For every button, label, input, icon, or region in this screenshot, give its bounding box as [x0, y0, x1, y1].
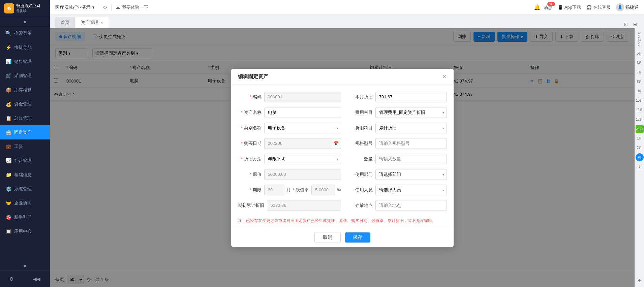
- month-7[interactable]: 7月: [636, 68, 644, 76]
- form-row-period: 期限 月 * 残值率 %: [238, 185, 341, 195]
- modal-footer: 取消 保存: [231, 228, 454, 247]
- user-select[interactable]: 请选择人员: [375, 185, 447, 195]
- form-row-code: 编码: [238, 92, 341, 102]
- month-12[interactable]: 12月: [636, 116, 644, 124]
- form-row-quantity: 数量: [349, 154, 447, 164]
- sidebar-item-search[interactable]: 🔍 搜索菜单: [0, 26, 50, 40]
- cancel-button[interactable]: 取消: [314, 232, 341, 243]
- quantity-input[interactable]: [375, 154, 447, 164]
- code-input[interactable]: [264, 92, 341, 102]
- content-area: 资产明细 📄 变更生成凭证 刈账 + 新增 批量操作 ▾: [50, 28, 635, 287]
- month-2[interactable]: 2月: [636, 144, 644, 152]
- month-4[interactable]: 4月: [636, 163, 644, 171]
- sidebar-item-base-info[interactable]: 📁 基础信息: [0, 168, 50, 182]
- month-11[interactable]: 11月: [636, 106, 644, 114]
- fixed-assets-icon: 🏢: [5, 129, 11, 135]
- company-selector[interactable]: 医疗器械行业演示 ▾: [55, 4, 95, 10]
- dep-account-select[interactable]: 累计折旧: [375, 123, 447, 133]
- monthly-dep-input[interactable]: [375, 92, 447, 102]
- month-10[interactable]: 10月: [636, 97, 644, 105]
- sidebar-item-system[interactable]: ⚙️ 系统管理: [0, 182, 50, 196]
- sidebar-bottom: ⚙ ◀◀: [0, 270, 50, 287]
- tab-close-icon[interactable]: ✕: [100, 21, 103, 25]
- residual-rate-star: * 残值率: [293, 187, 309, 193]
- online-service-button[interactable]: 🎧 在线客服: [586, 4, 611, 10]
- asset-name-input[interactable]: [264, 107, 341, 118]
- ledger-icon: 📋: [5, 115, 11, 121]
- period-input[interactable]: [264, 185, 284, 195]
- form-row-expense-account: 费用科目 管理费用_固定资产折旧 ▾: [349, 107, 447, 118]
- modal-overlay: 编辑固定资产 ✕ 编码: [50, 28, 635, 287]
- expense-account-select[interactable]: 管理费用_固定资产折旧: [375, 107, 447, 118]
- save-button[interactable]: 保存: [345, 232, 370, 243]
- month-9[interactable]: 9月: [636, 87, 644, 95]
- initial-accumulated-input[interactable]: [267, 200, 341, 211]
- modal-close-button[interactable]: ✕: [442, 73, 447, 80]
- sidebar-collapse-button[interactable]: ◀◀: [31, 274, 42, 284]
- month-3-current[interactable]: 3月: [636, 153, 644, 161]
- sidebar-item-payroll[interactable]: 💼 工资: [0, 139, 50, 154]
- cooperation-icon: 🤝: [5, 200, 11, 206]
- period-label: 期限: [238, 187, 262, 193]
- asset-name-label: 资产名称: [238, 109, 262, 116]
- sidebar-item-fixed-assets[interactable]: 🏢 固定资产: [0, 125, 50, 139]
- modal-title: 编辑固定资产: [238, 73, 268, 80]
- form-row-purchase-date: 购买日期 📅: [238, 138, 341, 149]
- operations-icon: 📈: [5, 158, 11, 164]
- monthly-dep-label: 本月折旧: [349, 94, 373, 100]
- spec-input[interactable]: [375, 138, 447, 149]
- purchase-date-input[interactable]: [264, 138, 332, 149]
- dep-method-label: 折旧方法: [238, 156, 262, 162]
- category-select[interactable]: 电子设备: [264, 123, 341, 133]
- sidebar-item-guide[interactable]: 🎯 新手引导: [0, 210, 50, 224]
- form-row-department: 使用部门 请选择部门 ▾: [349, 169, 447, 180]
- sidebar-item-sales[interactable]: 📊 销售管理: [0, 55, 50, 69]
- sidebar-item-inventory[interactable]: 📦 库存核算: [0, 83, 50, 97]
- tab-asset-management[interactable]: 资产管理 ✕: [75, 17, 109, 28]
- department-select[interactable]: 请选择部门: [375, 169, 447, 180]
- modal-note: 注：已经存在变更记录或者对应固定资产已经生成凭证，原值、购买日期、残值率、累计折…: [231, 218, 454, 228]
- user-profile[interactable]: 👤 畅捷通: [616, 3, 639, 11]
- sidebar-item-cooperation[interactable]: 🤝 企业协同: [0, 196, 50, 210]
- tab-restore-button[interactable]: ⊡: [622, 20, 629, 28]
- sidebar-item-quick-nav[interactable]: ⚡ 快捷导航: [0, 40, 50, 55]
- code-label: 编码: [238, 94, 262, 100]
- sidebar-scroll-up[interactable]: ▲: [0, 17, 50, 26]
- tab-home[interactable]: 首页: [55, 17, 75, 28]
- sidebar-item-finance[interactable]: 💰 资金管理: [0, 97, 50, 111]
- dep-method-select[interactable]: 年限平均: [264, 154, 341, 164]
- category-label: 类别名称: [238, 125, 262, 131]
- sidebar-scroll-down[interactable]: ▼: [0, 262, 50, 270]
- topbar-right: 🔔 99+ 消息 📱 App下载 🎧 在线客服 👤 畅捷通: [534, 3, 639, 11]
- tab-expand-button[interactable]: ⊞: [632, 20, 639, 28]
- location-input[interactable]: [375, 200, 447, 211]
- calendar-icon[interactable]: 📅: [332, 138, 341, 149]
- initial-accumulated-label: 期初累计折旧: [238, 202, 264, 209]
- sidebar-item-ledger[interactable]: 📋 总账管理: [0, 111, 50, 125]
- notification-button[interactable]: 🔔 99+ 消息: [534, 4, 552, 11]
- sidebar-item-app-center[interactable]: 🔲 应用中心: [0, 224, 50, 238]
- sidebar-item-operations[interactable]: 📈 经营管理: [0, 154, 50, 168]
- right-sidebar-year: 2023.03: [638, 31, 641, 48]
- month-1[interactable]: 1月: [636, 134, 644, 142]
- right-sidebar-expand[interactable]: ⊕: [636, 276, 644, 284]
- month-6[interactable]: 6月: [636, 59, 644, 67]
- experience-button[interactable]: ☁ 我要体验一下: [116, 4, 148, 10]
- sidebar-item-purchase[interactable]: 🛒 采购管理: [0, 69, 50, 83]
- department-select-wrapper: 请选择部门 ▾: [375, 169, 447, 180]
- original-value-label: 原值: [238, 171, 262, 178]
- month-5[interactable]: 5月: [636, 50, 644, 58]
- app-download-button[interactable]: 📱 App下载: [558, 4, 581, 10]
- percent-unit: %: [337, 187, 341, 192]
- residual-rate-input[interactable]: [311, 185, 335, 195]
- company-name: 医疗器械行业演示: [55, 4, 90, 10]
- month-8[interactable]: 8月: [636, 78, 644, 86]
- sidebar-settings-button[interactable]: ⚙: [7, 274, 16, 284]
- settings-button[interactable]: ⚙: [103, 5, 107, 10]
- finance-icon: 💰: [5, 101, 11, 107]
- original-value-input[interactable]: [264, 169, 341, 180]
- user-select-wrapper: 请选择人员 ▾: [375, 185, 447, 195]
- year-2023[interactable]: 2023: [636, 125, 644, 133]
- dep-method-select-wrapper: 年限平均 ▾: [264, 154, 341, 164]
- form-row-original-value: 原值: [238, 169, 341, 180]
